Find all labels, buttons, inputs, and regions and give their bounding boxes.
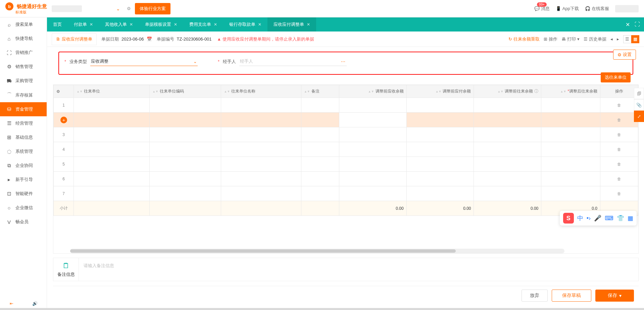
table-row[interactable]: 7🗑 [54,186,638,201]
sidebar-item-1[interactable]: ⌂快捷导航 [0,32,47,46]
calendar-icon[interactable]: 📅 [147,37,152,42]
col-adj-recv[interactable]: ▲▼调整前应收余额 [339,85,406,98]
cell[interactable] [150,98,221,113]
biz-type-select[interactable]: 应收调整 ⌄ [90,57,198,66]
scrollbar-thumb[interactable] [70,249,456,253]
history-button[interactable]: ☰ 历史单据 [584,36,606,42]
table-row[interactable]: 6🗑 [54,172,638,186]
sidebar-item-10[interactable]: ⧉企业协同 [0,159,47,173]
cell[interactable] [541,113,600,127]
cell[interactable] [339,113,406,127]
cell[interactable] [301,113,339,127]
cell[interactable] [406,157,474,172]
messages-button[interactable]: 99+ 💬 消息 [534,6,550,12]
close-icon[interactable]: ✕ [214,22,217,27]
sidebar-item-3[interactable]: ⚙销售管理 [0,60,47,74]
cell[interactable] [150,113,221,127]
cell[interactable] [339,127,406,142]
cell[interactable] [301,142,339,157]
cell[interactable] [541,142,600,157]
remark-input[interactable]: 请输入备注信息 [79,258,638,281]
close-icon[interactable]: ✕ [174,22,177,27]
cell[interactable] [406,127,474,142]
tab-4[interactable]: 费用支出单✕ [183,17,223,32]
cell[interactable] [474,157,541,172]
cell[interactable] [474,113,541,127]
cell[interactable] [339,157,406,172]
operation-dropdown[interactable]: ⊞ 操作 [544,36,557,42]
rail-expand-button[interactable]: ⤢ [634,111,644,122]
tab-close-all-button[interactable]: ✕ [626,21,630,28]
horizontal-scrollbar[interactable] [70,249,564,253]
cell[interactable] [406,186,474,201]
print-dropdown[interactable]: 🖶 打印 ▾ [561,36,580,42]
add-row-button[interactable]: ＋ [54,113,74,127]
cell[interactable] [150,186,221,201]
cell[interactable] [150,127,221,142]
row-delete-button[interactable]: 🗑 [600,172,638,186]
cell[interactable] [221,127,301,142]
close-icon[interactable]: ✕ [258,22,261,27]
date-value[interactable]: 2023-06-06 [121,37,144,42]
ime-toolbox-icon[interactable]: ▦ [628,214,633,222]
close-icon[interactable]: ✕ [90,22,93,27]
settings-button[interactable]: ⚙ 设置 [613,50,636,60]
row-delete-button[interactable]: 🗑 [600,157,638,172]
save-draft-button[interactable]: 保存草稿 [552,290,591,302]
ime-cn-label[interactable]: 中 [577,214,583,222]
sidebar-item-8[interactable]: ⊞基础信息 [0,130,47,144]
cell[interactable] [474,172,541,186]
cell[interactable] [221,142,301,157]
prev-arrow-icon[interactable]: ◂ [610,37,613,42]
balance-reset-button[interactable]: ↻ 往来余额重取 [508,36,540,42]
close-icon[interactable]: ✕ [307,22,310,27]
cell[interactable] [150,172,221,186]
row-delete-button[interactable]: 🗑 [600,127,638,142]
col-adj-bal[interactable]: ▲▼调整前往来余额ⓘ [474,85,541,98]
select-partner-button[interactable]: 选往来单位 [601,72,631,82]
cell[interactable] [406,142,474,157]
app-download-link[interactable]: 📱 App下载 [556,6,579,12]
cell[interactable] [301,172,339,186]
row-delete-button[interactable]: 🗑 [600,142,638,157]
cell[interactable] [74,157,150,172]
user-avatar[interactable] [615,5,639,12]
tab-5[interactable]: 银行存取款单✕ [223,17,267,32]
table-row[interactable]: 1🗑 [54,98,638,113]
company-select[interactable]: ⌄ [49,5,123,12]
cell[interactable] [339,98,406,113]
close-icon[interactable]: ✕ [130,22,133,27]
col-partner-name[interactable]: ▲▼往来单位名称 [221,85,301,98]
sidebar-item-11[interactable]: ▸新手引导 [0,173,47,187]
ime-keyboard-icon[interactable]: ⌨ [605,214,613,222]
tab-2[interactable]: 其他收入单✕ [99,17,139,32]
cell[interactable] [221,157,301,172]
cell[interactable] [221,186,301,201]
tab-0[interactable]: 首页 [47,17,68,32]
cell[interactable] [301,186,339,201]
sidebar-item-4[interactable]: ⛟采购管理 [0,74,47,88]
tab-3[interactable]: 单据模板设置✕ [139,17,183,32]
cell[interactable] [474,98,541,113]
row-delete-button[interactable]: 🗑 [600,113,638,127]
cell[interactable] [150,142,221,157]
industry-solution-button[interactable]: 体验行业方案 [135,3,170,14]
cell[interactable] [406,113,474,127]
cell[interactable] [541,127,600,142]
info-icon[interactable]: ⓘ [534,89,538,94]
col-remark[interactable]: ▲▼备注 [301,85,339,98]
table-row[interactable]: 5🗑 [54,157,638,172]
cell[interactable] [339,186,406,201]
cell[interactable] [74,127,150,142]
abandon-button[interactable]: 放弃 [522,290,548,302]
handler-input[interactable]: 经手人 ⋯ [239,57,347,66]
fullscreen-icon[interactable]: ⛶ [635,21,640,27]
sidebar-item-14[interactable]: V畅会员 [0,215,47,229]
rail-note-button[interactable]: 🗐 [634,88,644,99]
ime-mic-icon[interactable]: 🎤 [594,214,601,222]
sidebar-item-2[interactable]: ⛶营销推广 [0,46,47,60]
cell[interactable] [339,172,406,186]
row-delete-button[interactable]: 🗑 [600,98,638,113]
gear-icon[interactable]: ⚙ [127,6,131,11]
cell[interactable] [406,98,474,113]
